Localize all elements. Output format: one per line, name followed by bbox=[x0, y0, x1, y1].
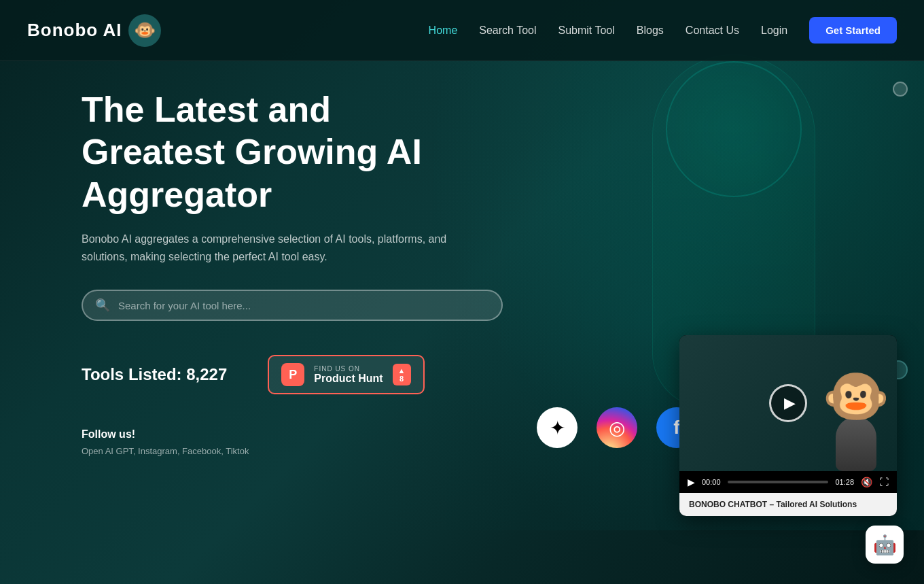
video-caption: BONOBO CHATBOT – Tailored AI Solutions bbox=[679, 493, 897, 516]
video-player: 🐵 ▶ ▶ 00:00 01:28 🔇 ⛶ BONOBO CHATBOT – T… bbox=[679, 335, 897, 516]
play-icon: ▶ bbox=[784, 394, 796, 412]
search-bar[interactable]: 🔍 bbox=[82, 290, 503, 321]
instagram-glyph: ◎ bbox=[609, 417, 625, 439]
nav-search-tool[interactable]: Search Tool bbox=[479, 24, 536, 37]
header: Bonobo AI 🐵 Home Search Tool Submit Tool… bbox=[0, 0, 924, 61]
ph-name-label: Product Hunt bbox=[314, 373, 383, 385]
nav-submit-tool[interactable]: Submit Tool bbox=[558, 24, 615, 37]
nav-contact[interactable]: Contact Us bbox=[686, 24, 739, 37]
social-openai-icon[interactable]: ✦ bbox=[537, 407, 578, 448]
nav-login[interactable]: Login bbox=[761, 24, 787, 37]
logo[interactable]: Bonobo AI 🐵 bbox=[27, 14, 161, 47]
monkey-logo-emoji: 🐵 bbox=[134, 20, 156, 41]
video-fullscreen-btn[interactable]: ⛶ bbox=[879, 477, 889, 487]
hero-bottom-row: Tools Listed: 8,227 P FIND US ON Product… bbox=[82, 355, 476, 394]
chatbot-fab[interactable]: 🤖 bbox=[866, 526, 904, 564]
product-hunt-badge[interactable]: P FIND US ON Product Hunt ▲ 8 bbox=[268, 355, 424, 394]
video-progress-bar[interactable] bbox=[728, 481, 829, 483]
follow-label: Follow us! bbox=[82, 428, 476, 441]
play-button[interactable]: ▶ bbox=[769, 384, 807, 422]
search-input[interactable] bbox=[118, 300, 489, 311]
nav-home[interactable]: Home bbox=[429, 24, 458, 37]
video-controls: ▶ 00:00 01:28 🔇 ⛶ bbox=[679, 471, 897, 493]
follow-section: Follow us! Open AI GPT, Instagram, Faceb… bbox=[82, 428, 476, 456]
video-mute-btn[interactable]: 🔇 bbox=[861, 477, 872, 487]
video-play-btn[interactable]: ▶ bbox=[688, 477, 695, 487]
get-started-button[interactable]: Get Started bbox=[809, 17, 897, 44]
hero-title: The Latest and Greatest Growing AI Aggre… bbox=[82, 88, 476, 216]
monkey-character: 🐵 bbox=[822, 369, 890, 471]
chatbot-icon: 🤖 bbox=[873, 534, 897, 556]
logo-icon: 🐵 bbox=[128, 14, 161, 47]
nav-blogs[interactable]: Blogs bbox=[637, 24, 664, 37]
hero-content: The Latest and Greatest Growing AI Aggre… bbox=[0, 88, 476, 468]
deco-circle-top bbox=[893, 82, 908, 97]
ph-find-us-label: FIND US ON bbox=[314, 365, 383, 373]
hero-section: The Latest and Greatest Growing AI Aggre… bbox=[0, 0, 924, 584]
ph-text-block: FIND US ON Product Hunt bbox=[314, 365, 383, 385]
ph-arrow-up: ▲ bbox=[398, 366, 406, 375]
video-time-total: 01:28 bbox=[835, 478, 854, 486]
logo-text: Bonobo AI bbox=[27, 20, 122, 41]
tools-count: Tools Listed: 8,227 bbox=[82, 365, 227, 384]
search-icon: 🔍 bbox=[95, 298, 110, 313]
follow-sublabel: Open AI GPT, Instagram, Facebook, Tiktok bbox=[82, 446, 476, 456]
video-preview: 🐵 ▶ bbox=[679, 335, 897, 471]
ph-score: 8 bbox=[399, 375, 404, 383]
hero-subtitle: Bonobo AI aggregates a comprehensive sel… bbox=[82, 230, 476, 265]
ph-score-badge: ▲ 8 bbox=[393, 364, 411, 385]
video-time-current: 00:00 bbox=[702, 478, 721, 486]
social-instagram-icon[interactable]: ◎ bbox=[597, 407, 637, 448]
ph-logo-icon: P bbox=[281, 363, 304, 386]
main-nav: Home Search Tool Submit Tool Blogs Conta… bbox=[429, 17, 897, 44]
